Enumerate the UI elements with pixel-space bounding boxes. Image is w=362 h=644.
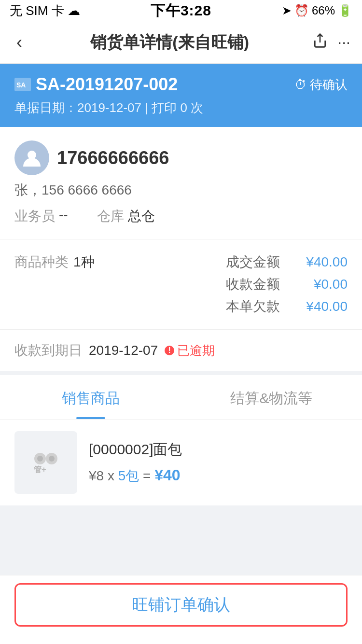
status-left: 无 SIM 卡 ☁ bbox=[10, 2, 80, 19]
order-date: 单据日期：2019-12-07 | 打印 0 次 bbox=[14, 99, 348, 116]
summary-section: 商品种类 1种 成交金额 ¥40.00 收款金额 ¥0.00 本单欠款 ¥40.… bbox=[0, 239, 362, 330]
alarm-icon: ⏰ bbox=[294, 4, 309, 17]
due-label: 收款到期日 bbox=[14, 341, 82, 360]
tab-settlement-logistics[interactable]: 结算&物流等 bbox=[181, 375, 362, 419]
status-right: ➤ ⏰ 66% 🔋 bbox=[282, 4, 352, 17]
owed-amount-label: 本单欠款 bbox=[226, 297, 280, 316]
product-info: [0000002]面包 ¥8 x 5包 = ¥40 bbox=[89, 440, 348, 485]
page-title: 销货单详情(来自旺铺) bbox=[90, 31, 249, 54]
customer-name: 张，156 6666 6666 bbox=[14, 181, 348, 199]
summary-right: 成交金额 ¥40.00 收款金额 ¥0.00 本单欠款 ¥40.00 bbox=[226, 253, 348, 316]
product-type-value: 1种 bbox=[73, 253, 95, 271]
confirm-order-button[interactable]: 旺铺订单确认 bbox=[14, 583, 348, 627]
price-total: ¥40 bbox=[154, 466, 180, 484]
svg-text:管+: 管+ bbox=[34, 465, 46, 474]
warehouse-value: 总仓 bbox=[128, 207, 155, 225]
nav-actions: ··· bbox=[312, 33, 350, 52]
customer-phone: 17666666666 bbox=[57, 148, 169, 168]
location-icon: ➤ bbox=[282, 4, 292, 17]
customer-meta: 业务员 -- 仓库 总仓 bbox=[14, 207, 348, 225]
back-button[interactable]: ‹ bbox=[12, 28, 27, 57]
overdue-icon: ! bbox=[165, 346, 174, 355]
tab-underline bbox=[76, 417, 105, 419]
price-multiply: x bbox=[108, 468, 118, 483]
due-section: 收款到期日 2019-12-07 ! 已逾期 bbox=[0, 330, 362, 375]
due-date-value: 2019-12-07 bbox=[89, 343, 158, 358]
battery-icon: 🔋 bbox=[338, 4, 352, 17]
order-header: SA SA-20191207-002 ⏱ 待确认 单据日期：2019-12-07… bbox=[0, 64, 362, 127]
sim-label: 无 SIM 卡 ☁ bbox=[10, 2, 80, 19]
price-equals: = bbox=[143, 468, 154, 483]
nav-bar: ‹ 销货单详情(来自旺铺) ··· bbox=[0, 21, 362, 64]
share-icon[interactable] bbox=[312, 33, 328, 52]
bottom-bar: 旺铺订单确认 bbox=[0, 575, 362, 644]
collected-amount-value: ¥0.00 bbox=[290, 277, 348, 292]
collected-amount-label: 收款金额 bbox=[226, 275, 280, 294]
overdue-badge: ! 已逾期 bbox=[165, 342, 215, 359]
salesperson-label: 业务员 bbox=[14, 207, 55, 225]
more-icon[interactable]: ··· bbox=[337, 33, 350, 51]
price-qty: 5包 bbox=[118, 468, 139, 483]
owed-amount-value: ¥40.00 bbox=[290, 299, 348, 314]
status-time: 下午3:28 bbox=[151, 1, 211, 21]
warehouse-label: 仓库 bbox=[97, 207, 124, 225]
customer-section: 17666666666 张，156 6666 6666 业务员 -- 仓库 总仓 bbox=[0, 127, 362, 239]
deal-amount-label: 成交金额 bbox=[226, 253, 280, 271]
clock-icon: ⏱ bbox=[294, 77, 307, 92]
product-name: [0000002]面包 bbox=[89, 440, 348, 460]
svg-point-7 bbox=[49, 456, 55, 462]
product-item: 管+ [0000002]面包 ¥8 x 5包 = ¥40 bbox=[0, 420, 362, 506]
status-bar: 无 SIM 卡 ☁ 下午3:28 ➤ ⏰ 66% 🔋 bbox=[0, 0, 362, 21]
order-id: SA SA-20191207-002 bbox=[14, 74, 178, 95]
battery-label: 66% bbox=[312, 4, 335, 17]
product-type-label: 商品种类 bbox=[14, 253, 69, 271]
overdue-label: 已逾期 bbox=[177, 342, 215, 359]
product-price: ¥8 x 5包 = ¥40 bbox=[89, 466, 348, 485]
salesperson-value: -- bbox=[59, 207, 68, 225]
tab-sales-product[interactable]: 销售商品 bbox=[0, 375, 181, 419]
order-status: ⏱ 待确认 bbox=[294, 76, 348, 93]
product-image: 管+ bbox=[14, 431, 77, 494]
avatar bbox=[14, 140, 49, 175]
tabs-section: 销售商品 结算&物流等 bbox=[0, 375, 362, 420]
svg-text:SA: SA bbox=[16, 81, 26, 89]
price-unit: ¥8 bbox=[89, 468, 104, 483]
deal-amount-value: ¥40.00 bbox=[290, 254, 348, 270]
svg-point-5 bbox=[37, 456, 43, 462]
